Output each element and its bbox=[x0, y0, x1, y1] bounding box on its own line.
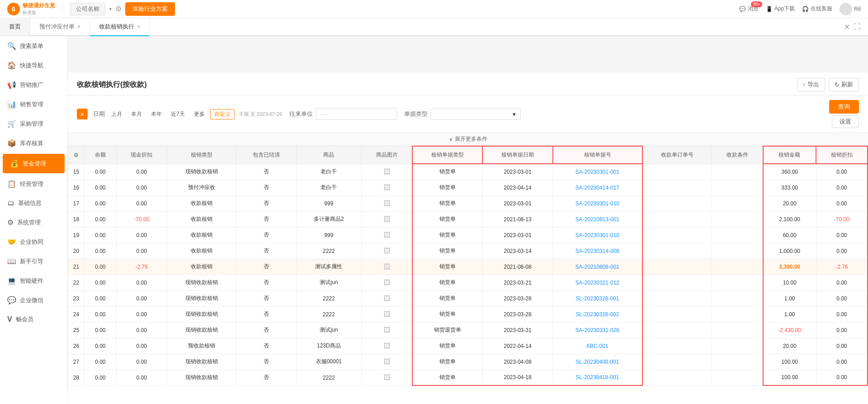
sidebar-item-member[interactable]: V 畅会员 bbox=[0, 310, 67, 329]
row-bill-no[interactable]: SL-20230408-001 bbox=[553, 354, 642, 370]
row-verify-amount: 1,000.00 bbox=[763, 243, 816, 259]
sidebar-item-business[interactable]: 📋 经营管理 bbox=[0, 174, 67, 194]
date-btn-last-month[interactable]: 上月 bbox=[108, 109, 126, 119]
refresh-button[interactable]: ↻ 刷新 bbox=[829, 78, 859, 91]
date-btn-this-month[interactable]: 本月 bbox=[127, 109, 146, 119]
online-service-item[interactable]: 🎧 在线客服 bbox=[802, 5, 832, 13]
row-bill-no[interactable]: SA-20230414-017 bbox=[553, 180, 642, 195]
date-btn-7days[interactable]: 近7天 bbox=[167, 109, 189, 119]
row-bill-no[interactable]: SA-20230301-001 bbox=[553, 164, 642, 180]
table-wrapper[interactable]: ⚙ 余额 现金折扣 核销类型 包含已结清 商品 商品图片 核销单据类型 核销单据… bbox=[68, 146, 868, 404]
row-balance: 0.00 bbox=[85, 164, 117, 180]
sidebar-item-search[interactable]: 🔍 搜索菜单 bbox=[0, 36, 67, 56]
row-bill-no[interactable]: SA-20230301-010 bbox=[553, 227, 642, 243]
expand-bar[interactable]: ∨ 展开更多条件 bbox=[68, 133, 868, 146]
row-cash-discount: 0.00 bbox=[116, 164, 167, 180]
close-window-icon[interactable]: ✕ bbox=[844, 23, 850, 31]
row-verify-discount: 0.00 bbox=[816, 243, 868, 259]
row-bill-date: 2023-03-28 bbox=[482, 306, 552, 322]
sidebar-item-inventory[interactable]: 📦 库存核算 bbox=[0, 133, 67, 153]
export-button[interactable]: ↑ 导出 bbox=[797, 78, 826, 91]
row-verify-amount: 1.00 bbox=[763, 290, 816, 306]
row-verify-type: 现销收款核销 bbox=[167, 164, 236, 180]
row-bill-no[interactable]: SL-20230328-001 bbox=[553, 290, 642, 306]
row-receipt-condition bbox=[712, 259, 763, 275]
row-bill-no[interactable]: SL-20230328-002 bbox=[553, 306, 642, 322]
tab-prepay[interactable]: 预付冲应付单 × bbox=[30, 18, 90, 36]
app-download-item[interactable]: 📱 App下载 bbox=[766, 5, 795, 13]
maximize-icon[interactable]: ⛶ bbox=[854, 23, 861, 31]
th-goods-img: 商品图片 bbox=[361, 146, 412, 164]
th-gear[interactable]: ⚙ bbox=[68, 146, 85, 164]
row-bill-no[interactable]: SA-20230314-008 bbox=[553, 243, 642, 259]
user-area[interactable]: Rit bbox=[840, 3, 861, 15]
row-no: 19 bbox=[68, 227, 85, 243]
row-goods: 2222 bbox=[296, 306, 361, 322]
row-receipt-order-no bbox=[642, 290, 712, 306]
chevron-down-icon[interactable]: ▾ bbox=[109, 6, 112, 12]
row-include-settled: 否 bbox=[236, 322, 297, 338]
row-goods-img: 🖼 bbox=[361, 338, 412, 354]
row-no: 22 bbox=[68, 275, 85, 290]
tab-home[interactable]: 首页 bbox=[0, 18, 30, 36]
bill-type-select[interactable]: ▾ bbox=[430, 109, 521, 120]
row-balance: 0.00 bbox=[85, 180, 117, 195]
row-receipt-order-no bbox=[642, 243, 712, 259]
row-verify-discount: 0.00 bbox=[816, 275, 868, 290]
sidebar-item-finance[interactable]: 💰 资金管理 bbox=[3, 154, 65, 173]
date-btn-more[interactable]: 更多 bbox=[190, 109, 208, 119]
row-bill-no[interactable]: SA-20230321-012 bbox=[553, 275, 642, 290]
data-table: ⚙ 余额 现金折扣 核销类型 包含已结清 商品 商品图片 核销单据类型 核销单据… bbox=[68, 146, 868, 386]
row-bill-no[interactable]: ABC-001 bbox=[553, 338, 642, 354]
row-verify-amount: 20.00 bbox=[763, 195, 816, 211]
app-icon: 📱 bbox=[766, 6, 773, 12]
setting-button[interactable]: 设置 bbox=[832, 115, 859, 128]
sidebar-item-purchase[interactable]: 🛒 采购管理 bbox=[0, 114, 67, 133]
chevron-down-icon2: ▾ bbox=[513, 111, 516, 118]
filter-toggle[interactable]: » bbox=[77, 109, 88, 119]
tab-receipt[interactable]: 收款核销执行 × bbox=[90, 18, 150, 36]
app-label: App下载 bbox=[774, 5, 795, 13]
sidebar-item-hardware[interactable]: 💻 智能硬件 bbox=[0, 271, 67, 290]
date-custom-btn[interactable]: 自定义 bbox=[210, 109, 235, 119]
row-verify-discount: -2.76 bbox=[816, 259, 868, 275]
sidebar-item-marketing[interactable]: 📢 营销推广 bbox=[0, 75, 67, 95]
sidebar-item-nav[interactable]: 🏠 快捷导航 bbox=[0, 56, 67, 75]
logo-name: 畅捷通好生意 bbox=[23, 2, 55, 10]
row-bill-category: 销货单 bbox=[412, 211, 482, 227]
row-receipt-condition bbox=[712, 370, 763, 385]
row-bill-no[interactable]: SA-20210813-001 bbox=[553, 211, 642, 227]
row-cash-discount: 0.00 bbox=[116, 354, 167, 370]
row-bill-no[interactable]: SA-20230331-026 bbox=[553, 322, 642, 338]
sidebar-label-finance: 资金管理 bbox=[23, 160, 46, 168]
row-include-settled: 否 bbox=[236, 354, 297, 370]
close-receipt-tab[interactable]: × bbox=[137, 24, 140, 30]
sidebar-item-wechat[interactable]: 💬 企业微信 bbox=[0, 290, 67, 310]
date-btn-this-year[interactable]: 本年 bbox=[147, 109, 165, 119]
row-verify-amount: 60.00 bbox=[763, 227, 816, 243]
row-bill-category: 销货单 bbox=[412, 275, 482, 290]
company-name[interactable]: 公司名称 bbox=[70, 3, 105, 15]
sidebar-item-sales[interactable]: 📊 销售管理 bbox=[0, 95, 67, 114]
row-bill-no[interactable]: SA-20210808-001 bbox=[553, 259, 642, 275]
row-goods-img: 🖼 bbox=[361, 259, 412, 275]
industry-button[interactable]: 体验行业方案 bbox=[125, 2, 175, 16]
message-item[interactable]: 💬 消息 99+ bbox=[739, 5, 759, 13]
row-verify-type: 现销收款核销 bbox=[167, 322, 236, 338]
sidebar-item-guide[interactable]: 📖 新手引导 bbox=[0, 252, 67, 271]
row-bill-no[interactable]: SA-20230301-010 bbox=[553, 195, 642, 211]
row-receipt-order-no bbox=[642, 195, 712, 211]
row-bill-no[interactable]: SL-20230418-001 bbox=[553, 370, 642, 385]
query-button[interactable]: 查询 bbox=[829, 100, 859, 114]
sidebar-item-system[interactable]: ⚙ 系统管理 bbox=[0, 213, 67, 232]
partner-label: 往来单位 bbox=[289, 110, 313, 118]
close-prepay-tab[interactable]: × bbox=[77, 24, 80, 30]
sidebar-item-collab[interactable]: 🤝 企业协同 bbox=[0, 232, 67, 252]
sidebar-item-base[interactable]: 🗂 基础信息 bbox=[0, 194, 67, 213]
row-no: 23 bbox=[68, 290, 85, 306]
row-cash-discount: -2.76 bbox=[116, 259, 167, 275]
partner-filter-group: 往来单位 ··· bbox=[289, 108, 397, 120]
gear-icon[interactable]: ⚙ bbox=[115, 5, 122, 13]
partner-select[interactable]: ··· bbox=[316, 108, 397, 120]
row-goods-img: 🖼 bbox=[361, 164, 412, 180]
